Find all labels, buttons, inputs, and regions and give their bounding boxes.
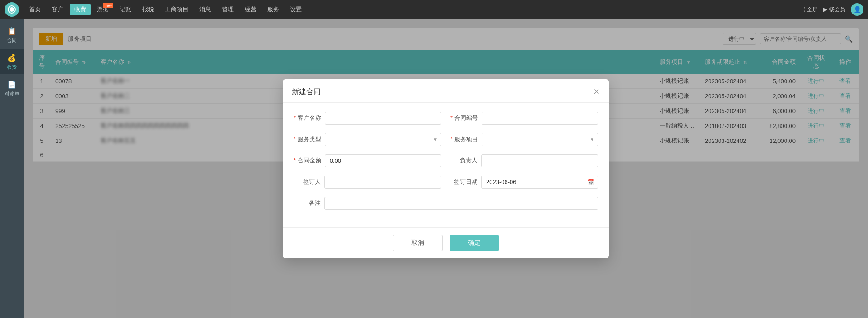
nav-tax[interactable]: 报税 xyxy=(138,4,159,15)
nav-right: ⛶ 全屏 ▶ 畅会员 👤 xyxy=(799,3,863,16)
amount-label: 合同金额 xyxy=(294,157,321,165)
app-logo xyxy=(5,2,19,17)
charge-icon: 💰 xyxy=(7,53,16,62)
sign-date-wrap: 📅 xyxy=(481,176,598,189)
top-nav: 首页 客户 收费 票据 new 记账 报税 工商项目 消息 管理 经营 服务 设… xyxy=(0,0,868,19)
sign-date-input[interactable] xyxy=(481,176,598,189)
form-group-service-type: 服务类型 ▼ xyxy=(294,133,441,146)
modal-body: 客户名称 合同编号 服务类型 xyxy=(283,103,609,227)
responsible-label: 负责人 xyxy=(450,157,477,165)
form-row-5: 备注 xyxy=(294,197,598,210)
confirm-button[interactable]: 确定 xyxy=(450,235,499,251)
sidebar-item-statement[interactable]: 📄 对账单 xyxy=(0,76,24,101)
sidebar-charge-label: 收费 xyxy=(7,64,17,71)
nav-home[interactable]: 首页 xyxy=(24,4,45,15)
new-badge: new xyxy=(103,3,113,8)
modal-footer: 取消 确定 xyxy=(283,227,609,258)
contract-icon: 📋 xyxy=(7,26,16,35)
remark-input[interactable] xyxy=(324,197,598,210)
service-item-select[interactable] xyxy=(482,133,598,146)
service-item-select-wrap: ▼ xyxy=(482,133,598,146)
form-group-sign-date: 签订日期 📅 xyxy=(450,176,598,189)
modal-close-button[interactable]: ✕ xyxy=(593,88,600,96)
form-row-1: 客户名称 合同编号 xyxy=(294,112,598,125)
signer-label: 签订人 xyxy=(294,178,321,186)
modal-title: 新建合同 xyxy=(292,87,321,97)
nav-items: 首页 客户 收费 票据 new 记账 报税 工商项目 消息 管理 经营 服务 设… xyxy=(24,4,799,15)
content-area: 新增 服务项目 进行中 已完成 已取消 🔍 序号 xyxy=(24,19,868,318)
user-avatar[interactable]: 👤 xyxy=(851,3,863,16)
form-group-remark: 备注 xyxy=(294,197,598,210)
nav-settings[interactable]: 设置 xyxy=(285,4,306,15)
sidebar-contract-label: 合同 xyxy=(7,37,17,44)
logo-icon xyxy=(8,5,16,14)
contract-no-label: 合同编号 xyxy=(450,114,478,122)
nav-service[interactable]: 服务 xyxy=(263,4,284,15)
nav-charge[interactable]: 收费 xyxy=(70,4,91,15)
form-row-2: 服务类型 ▼ 服务项目 xyxy=(294,133,598,146)
form-group-responsible: 负责人 xyxy=(450,154,598,167)
signer-input[interactable] xyxy=(324,176,441,189)
fullscreen-button[interactable]: ⛶ 全屏 xyxy=(799,6,818,14)
nav-manage[interactable]: 管理 xyxy=(217,4,238,15)
fullscreen-label: 全屏 xyxy=(807,6,818,14)
play-icon: ▶ xyxy=(823,6,827,13)
form-group-signer: 签订人 xyxy=(294,176,441,189)
sidebar-item-contract[interactable]: 📋 合同 xyxy=(0,23,24,47)
customer-name-label: 客户名称 xyxy=(294,114,321,122)
form-row-3: 合同金额 负责人 xyxy=(294,154,598,167)
remark-label: 备注 xyxy=(294,199,321,207)
amount-input[interactable] xyxy=(325,154,441,167)
main-layout: 📋 合同 💰 收费 📄 对账单 新增 服务项目 进行中 已完成 已取消 xyxy=(0,19,868,318)
nav-operation[interactable]: 经营 xyxy=(240,4,261,15)
service-type-select-wrap: ▼ xyxy=(325,133,441,146)
modal-overlay: 新建合同 ✕ 客户名称 合同编号 xyxy=(24,19,868,318)
cancel-button[interactable]: 取消 xyxy=(393,235,443,251)
customer-name-input[interactable] xyxy=(325,112,441,125)
form-group-customer: 客户名称 xyxy=(294,112,441,125)
nav-customer[interactable]: 客户 xyxy=(47,4,68,15)
form-group-contract-no: 合同编号 xyxy=(450,112,598,125)
form-row-4: 签订人 签订日期 📅 xyxy=(294,176,598,189)
nav-invoice[interactable]: 票据 new xyxy=(92,4,113,15)
modal-header: 新建合同 ✕ xyxy=(283,79,609,103)
nav-business[interactable]: 工商项目 xyxy=(160,4,193,15)
contract-no-input[interactable] xyxy=(482,112,598,125)
new-contract-modal: 新建合同 ✕ 客户名称 合同编号 xyxy=(283,79,609,258)
sign-date-label: 签订日期 xyxy=(450,178,477,186)
sidebar-item-charge[interactable]: 💰 收费 xyxy=(0,49,24,74)
member-button[interactable]: ▶ 畅会员 xyxy=(823,6,845,14)
service-type-select[interactable] xyxy=(325,133,441,146)
responsible-input[interactable] xyxy=(481,154,598,167)
member-label: 畅会员 xyxy=(829,6,845,14)
service-type-label: 服务类型 xyxy=(294,135,321,143)
sidebar: 📋 合同 💰 收费 📄 对账单 xyxy=(0,19,24,318)
statement-icon: 📄 xyxy=(7,80,16,89)
service-item-label: 服务项目 xyxy=(450,135,478,143)
form-group-amount: 合同金额 xyxy=(294,154,441,167)
nav-bookkeeping[interactable]: 记账 xyxy=(115,4,136,15)
fullscreen-icon: ⛶ xyxy=(799,6,805,13)
form-group-service-item: 服务项目 ▼ xyxy=(450,133,598,146)
nav-message[interactable]: 消息 xyxy=(195,4,216,15)
sidebar-statement-label: 对账单 xyxy=(5,90,19,97)
